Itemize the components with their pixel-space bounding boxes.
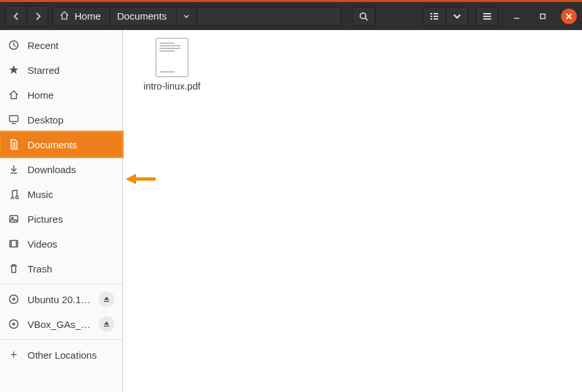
sidebar-item-desktop[interactable]: Desktop (0, 107, 122, 132)
view-options-button[interactable] (445, 7, 468, 25)
sidebar-item-label: Downloads (27, 164, 114, 175)
sidebar-item-label: Documents (27, 139, 114, 150)
toolbar: Home Documents (0, 2, 582, 30)
home-icon (8, 90, 20, 100)
path-segment-label: Home (75, 10, 101, 22)
pictures-icon (8, 214, 20, 224)
desktop-icon (8, 114, 20, 125)
sidebar-item-pictures[interactable]: Pictures (0, 206, 122, 231)
sidebar-divider (0, 339, 122, 340)
sidebar-item-other-locations[interactable]: + Other Locations (0, 342, 122, 367)
minimize-icon (513, 13, 520, 20)
path-segment-label: Documents (117, 10, 167, 22)
svg-rect-32 (104, 301, 109, 302)
view-mode-group (422, 7, 468, 26)
svg-rect-6 (430, 18, 432, 20)
path-bar-extension[interactable] (197, 7, 341, 26)
videos-icon (8, 238, 20, 249)
svg-rect-36 (104, 326, 109, 327)
svg-rect-2 (430, 13, 432, 14)
svg-point-29 (10, 295, 18, 304)
sidebar-divider (0, 284, 122, 284)
sidebar-item-label: Videos (27, 238, 114, 250)
svg-point-30 (13, 299, 15, 301)
nav-group (5, 6, 48, 27)
svg-marker-16 (9, 65, 18, 74)
close-icon (566, 13, 572, 20)
sidebar-item-documents[interactable]: Documents (0, 132, 122, 157)
minimize-button[interactable] (509, 8, 524, 24)
sidebar-item-label: Other Locations (27, 350, 114, 361)
menu-button[interactable] (476, 7, 498, 26)
list-icon (430, 12, 439, 21)
download-icon (8, 164, 20, 174)
sidebar: Recent Starred Home Desktop Documents Do… (0, 30, 123, 392)
maximize-button[interactable] (535, 8, 551, 24)
chevron-down-icon (453, 12, 462, 21)
sidebar-item-label: Ubuntu 20.1… (27, 294, 91, 305)
disc-icon (8, 294, 20, 304)
sidebar-item-videos[interactable]: Videos (0, 231, 122, 256)
svg-marker-35 (104, 321, 109, 325)
trash-icon (8, 263, 20, 274)
path-dropdown-button[interactable] (177, 7, 196, 25)
chevron-down-icon (183, 13, 190, 20)
document-icon (8, 139, 20, 150)
plus-icon: + (8, 348, 20, 362)
sidebar-item-label: Recent (27, 40, 114, 51)
back-button[interactable] (6, 7, 27, 26)
eject-icon (103, 296, 110, 302)
sidebar-item-label: Trash (27, 263, 114, 274)
eject-button[interactable] (99, 291, 114, 307)
sidebar-item-label: Pictures (27, 214, 114, 225)
svg-rect-7 (434, 18, 438, 20)
sidebar-mount-vbox[interactable]: VBox_GAs_6.… (0, 312, 122, 336)
svg-point-34 (13, 323, 15, 325)
file-item[interactable]: intro-linux.pdf (136, 38, 208, 92)
sidebar-item-label: Starred (27, 65, 114, 76)
search-icon (359, 12, 368, 21)
star-icon (8, 65, 20, 75)
eject-button[interactable] (99, 316, 114, 332)
disc-icon (8, 319, 20, 329)
path-bar: Home Documents (52, 7, 197, 26)
close-button[interactable] (561, 8, 577, 24)
sidebar-item-home[interactable]: Home (0, 82, 122, 107)
sidebar-item-label: Desktop (27, 114, 114, 125)
svg-rect-24 (10, 216, 18, 222)
music-icon (8, 189, 20, 199)
sidebar-item-starred[interactable]: Starred (0, 57, 122, 82)
svg-line-1 (366, 18, 368, 20)
hamburger-icon (483, 12, 492, 20)
sidebar-item-downloads[interactable]: Downloads (0, 157, 122, 182)
chevron-right-icon (35, 12, 41, 20)
svg-rect-12 (541, 14, 545, 18)
svg-marker-31 (104, 297, 109, 300)
search-button[interactable] (352, 7, 375, 26)
path-segment-current[interactable]: Documents (111, 7, 177, 25)
svg-point-33 (10, 320, 18, 329)
chevron-left-icon (13, 12, 20, 20)
svg-rect-3 (434, 13, 438, 14)
sidebar-item-trash[interactable]: Trash (0, 256, 122, 281)
sidebar-item-label: Home (27, 90, 114, 101)
path-segment-home[interactable]: Home (53, 7, 111, 25)
file-grid[interactable]: intro-linux.pdf (123, 30, 582, 392)
forward-button[interactable] (27, 7, 48, 26)
svg-rect-5 (434, 16, 438, 17)
sidebar-item-recent[interactable]: Recent (0, 33, 122, 57)
clock-icon (8, 40, 20, 50)
sidebar-item-music[interactable]: Music (0, 182, 122, 206)
home-icon (60, 10, 69, 22)
sidebar-item-label: VBox_GAs_6.… (27, 319, 91, 330)
svg-rect-4 (430, 16, 432, 17)
eject-icon (103, 321, 110, 327)
file-name-label: intro-linux.pdf (143, 81, 200, 92)
svg-rect-17 (10, 116, 18, 122)
sidebar-item-label: Music (27, 189, 114, 200)
list-view-button[interactable] (423, 7, 445, 25)
maximize-icon (539, 13, 546, 20)
sidebar-mount-ubuntu[interactable]: Ubuntu 20.1… (0, 287, 122, 312)
svg-point-0 (360, 12, 366, 18)
pdf-thumbnail-icon (156, 38, 188, 77)
